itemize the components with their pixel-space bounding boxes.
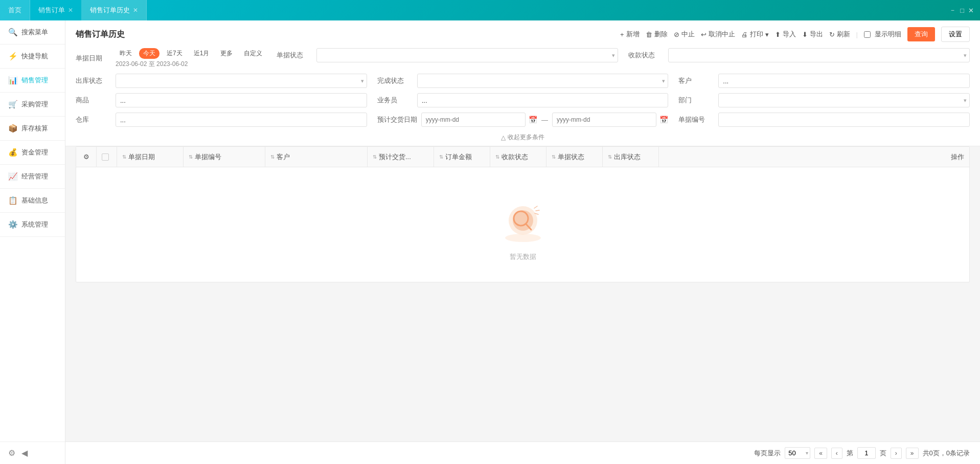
goods-filter-cell: 商品 (76, 93, 367, 107)
display-toggle[interactable]: 显示明细 (864, 30, 901, 39)
date-dash: — (541, 116, 548, 124)
table-header: ⚙ ⇅ 单据日期 ⇅ 单据编号 ⇅ 客户 (76, 147, 969, 167)
th-out-status: ⇅ 出库状态 (603, 147, 659, 167)
sidebar-finance-label: 资金管理 (21, 148, 48, 157)
select-all-checkbox[interactable] (102, 153, 109, 161)
system-icon: ⚙️ (8, 220, 17, 229)
complete-select[interactable] (417, 74, 669, 88)
th-doc-status-sort-icon[interactable]: ⇅ (552, 154, 556, 160)
status-select[interactable] (316, 48, 618, 62)
page-size-select[interactable]: 10 20 50 100 (785, 447, 810, 459)
sidebar-collapse-icon[interactable]: ◀ (21, 448, 28, 458)
window-minimize-btn[interactable]: － (949, 6, 956, 15)
table-area: ⚙ ⇅ 单据日期 ⇅ 单据编号 ⇅ 客户 (65, 146, 980, 441)
date-tag-1month[interactable]: 近1月 (190, 48, 214, 59)
sidebar-item-inventory[interactable]: 📦 库存核算 (0, 117, 65, 141)
date-tag-today[interactable]: 今天 (139, 48, 159, 59)
first-page-button[interactable]: « (814, 448, 827, 459)
th-out-status-sort-icon[interactable]: ⇅ (608, 154, 612, 160)
sidebar-item-search[interactable]: 🔍 搜索菜单 (0, 20, 65, 45)
query-button[interactable]: 查询 (907, 27, 935, 41)
tab-sales-history-label: 销售订单历史 (90, 6, 130, 15)
setting-button[interactable]: 设置 (941, 27, 970, 42)
sidebar-item-quick-nav[interactable]: ⚡ 快捷导航 (0, 45, 65, 69)
last-page-button[interactable]: » (906, 448, 919, 459)
complete-filter-cell: 完成状态 (377, 74, 669, 88)
tab-sales-order[interactable]: 销售订单 ✕ (30, 0, 82, 20)
expected-date-start-input[interactable] (421, 113, 526, 127)
customer-input[interactable] (718, 74, 970, 88)
order-no-input[interactable] (718, 113, 970, 127)
toolbar: + 新增 🗑 删除 ⊘ 中止 ↩ 取消中止 (620, 27, 970, 42)
page-unit: 页 (880, 449, 886, 458)
th-pay-status-label: 收款状态 (502, 152, 528, 162)
calendar-start-icon[interactable]: 📅 (529, 116, 537, 124)
collapse-bar[interactable]: △ 收起更多条件 (76, 131, 970, 144)
cancel-stop-button[interactable]: ↩ 取消中止 (701, 30, 735, 39)
table-footer: 每页显示 10 20 50 100 « ‹ 第 页 › » 共0页，0条记录 (65, 441, 980, 464)
date-range-text: 2023-06-02 至 2023-06-02 (116, 60, 266, 69)
window-close-btn[interactable]: ✕ (968, 7, 974, 14)
date-tag-yesterday[interactable]: 昨天 (116, 48, 136, 59)
display-toggle-checkbox[interactable] (864, 31, 871, 38)
import-button[interactable]: ⬆ 导入 (775, 30, 796, 39)
filter-area: 单据日期 昨天 今天 近7天 近1月 更多 自定义 2023-06-02 至 2… (76, 48, 970, 146)
calendar-end-icon[interactable]: 📅 (659, 116, 668, 124)
date-tag-custom[interactable]: 自定义 (240, 48, 266, 59)
sidebar-settings-icon[interactable]: ⚙ (8, 448, 15, 458)
th-pay-status-sort-icon[interactable]: ⇅ (495, 154, 499, 160)
sidebar-item-operations[interactable]: 📈 经营管理 (0, 165, 65, 189)
th-order-no-sort-icon[interactable]: ⇅ (189, 154, 193, 160)
salesperson-input[interactable] (417, 93, 669, 107)
goods-input[interactable] (116, 93, 367, 107)
delete-button[interactable]: 🗑 删除 (646, 30, 668, 39)
tab-sales-history-close[interactable]: ✕ (133, 7, 138, 14)
export-button[interactable]: ⬇ 导出 (802, 30, 823, 39)
sidebar-item-basic-info[interactable]: 📋 基础信息 (0, 189, 65, 213)
dept-select[interactable] (718, 93, 970, 107)
window-maximize-btn[interactable]: □ (960, 7, 964, 14)
prev-page-button[interactable]: ‹ (831, 448, 842, 459)
th-expected-date-sort-icon[interactable]: ⇅ (373, 154, 377, 160)
total-info: 共0页，0条记录 (923, 449, 970, 458)
tab-sales-order-label: 销售订单 (38, 6, 65, 15)
add-icon: + (620, 31, 624, 38)
sidebar-item-finance[interactable]: 💰 资金管理 (0, 141, 65, 165)
th-customer: ⇅ 客户 (265, 147, 368, 167)
date-tag-7days[interactable]: 近7天 (163, 48, 187, 59)
tab-sales-history[interactable]: 销售订单历史 ✕ (82, 0, 147, 20)
stop-button[interactable]: ⊘ 中止 (674, 30, 695, 39)
th-date-label: 单据日期 (128, 152, 155, 162)
pay-status-select[interactable] (668, 48, 970, 62)
outstore-select[interactable] (116, 74, 367, 88)
th-amount-label: 订单金额 (445, 152, 472, 162)
th-actions-label: 操作 (951, 152, 964, 162)
th-customer-sort-icon[interactable]: ⇅ (270, 154, 275, 160)
sidebar-quick-nav-label: 快捷导航 (21, 52, 48, 61)
complete-label: 完成状态 (377, 76, 413, 85)
sidebar-item-system[interactable]: ⚙️ 系统管理 (0, 213, 65, 237)
page-number-input[interactable] (857, 447, 876, 459)
tab-home[interactable]: 首页 (0, 0, 30, 20)
th-date: ⇅ 单据日期 (117, 147, 184, 167)
settings-gear-icon[interactable]: ⚙ (83, 153, 89, 161)
sidebar-item-purchase[interactable]: 🛒 采购管理 (0, 93, 65, 117)
date-tag-more[interactable]: 更多 (216, 48, 237, 59)
expected-date-end-input[interactable] (552, 113, 656, 127)
next-page-button[interactable]: › (891, 448, 902, 459)
refresh-icon: ↻ (829, 31, 835, 38)
th-doc-status: ⇅ 单据状态 (546, 147, 603, 167)
print-button[interactable]: 🖨 打印 ▾ (741, 30, 769, 39)
add-button[interactable]: + 新增 (620, 30, 640, 39)
sidebar-item-sales[interactable]: 📊 销售管理 (0, 69, 65, 93)
th-amount-sort-icon[interactable]: ⇅ (439, 154, 443, 160)
th-expected-date: ⇅ 预计交货... (368, 147, 434, 167)
warehouse-input[interactable] (116, 113, 367, 127)
refresh-button[interactable]: ↻ 刷新 (829, 30, 850, 39)
th-date-sort-icon[interactable]: ⇅ (122, 154, 126, 160)
sidebar-system-label: 系统管理 (21, 220, 48, 229)
tab-sales-order-close[interactable]: ✕ (68, 7, 73, 14)
customer-filter-cell: 客户 (678, 74, 970, 88)
dept-select-wrapper (718, 93, 970, 107)
th-settings[interactable]: ⚙ (76, 147, 97, 167)
